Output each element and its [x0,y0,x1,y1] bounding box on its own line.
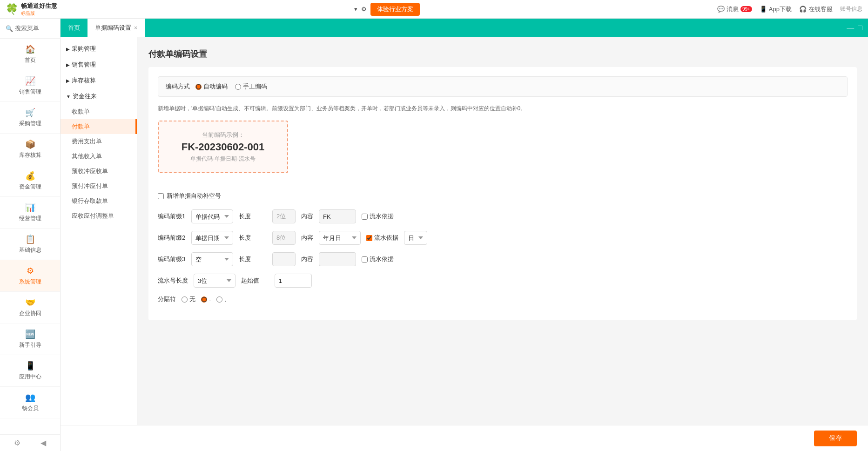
sub-group-sales-title[interactable]: ▶ 销售管理 [61,57,137,73]
search-icon: 🔍 [6,25,13,32]
preview-label: 当前编码示例： [173,131,273,139]
encoding-radio-group: 自动编码 手工编码 [195,82,267,91]
sub-item-payment[interactable]: 付款单 [61,119,137,134]
tab-home[interactable]: 首页 [61,19,87,37]
topbar-left: 🍀 畅通道好生意 标品版 [6,2,57,17]
online-service-btn[interactable]: 🎧 在线客服 [799,5,833,13]
sidebar-item-inventory[interactable]: 📦 库存核算 [0,134,60,165]
settings-btn[interactable]: ⚙ [361,6,367,13]
sub-item-prepay-receivable[interactable]: 预收冲应收单 [61,164,137,179]
content1-input[interactable] [319,209,356,223]
sidebar-item-enterprise[interactable]: 🤝 企业协同 [0,292,60,323]
prefix3-row: 编码前缀3 空 长度 内容 流水依据 [158,252,848,266]
sep-dot-radio[interactable]: . [216,296,226,303]
sidebar-settings-btn[interactable]: ⚙ [14,438,20,447]
content1-label: 内容 [301,212,313,221]
serial-length-label: 流水号长度 [158,276,188,285]
sub-group-inventory: ▶ 库存核算 [61,73,137,88]
sidebar-collapse-btn[interactable]: ◀ [40,438,46,447]
message-icon: 💬 [717,6,725,13]
tab-actions: — □ [847,24,868,32]
serial1-checkbox[interactable]: 流水依据 [362,212,394,221]
prefix2-select[interactable]: 单据日期 [191,231,233,245]
auto-encode-radio[interactable]: 自动编码 [195,82,228,91]
serial2-checkbox[interactable]: 流水依据 [366,234,398,242]
left-sidebar: 🔍 搜索菜单 🏠 首页 📈 销售管理 🛒 采购管理 📦 库存核算 💰 [0,19,61,451]
page-title: 付款单编码设置 [148,48,857,60]
sep-none-radio[interactable]: 无 [182,295,195,303]
sub-group-finance-title[interactable]: ▼ 资金往来 [61,88,137,104]
serial2-input[interactable] [366,235,372,241]
sub-item-receipt[interactable]: 收款单 [61,104,137,119]
finance-icon: 💰 [25,171,35,181]
sub-group-sales: ▶ 销售管理 [61,57,137,73]
experience-btn[interactable]: 体验行业方案 [370,3,420,16]
manual-encode-radio[interactable]: 手工编码 [235,82,267,91]
prefix3-select[interactable]: 空 [191,252,233,266]
settings-card: 编码方式 自动编码 手工编码 [148,67,857,320]
serial-length-select[interactable]: 3位 4位 5位 [194,274,236,288]
content3-input[interactable] [319,252,356,266]
content2-label: 内容 [301,234,313,242]
main-layout: 🔍 搜索菜单 🏠 首页 📈 销售管理 🛒 采购管理 📦 库存核算 💰 [0,19,868,451]
content2-select[interactable]: 年月日 [319,231,361,245]
search-menu-btn[interactable]: 🔍 搜索菜单 [4,22,56,34]
serial3-checkbox[interactable]: 流水依据 [362,255,394,263]
save-btn[interactable]: 保存 [814,431,857,446]
info-text: 新增单据时，'单据编码'自动生成、不可编辑。前缀设置为部门、业务员等档案类，开单… [158,104,848,113]
dropdown-btn[interactable]: ▾ [354,6,357,13]
home-icon: 🏠 [25,44,35,54]
sep-none-input[interactable] [182,296,188,303]
system-icon: ⚙ [27,266,34,276]
serial1-input[interactable] [362,214,368,220]
app-download-btn[interactable]: 📱 App下载 [760,5,792,13]
message-btn[interactable]: 💬 消息 99+ [717,5,752,13]
sub-item-payable-adjust[interactable]: 应收应付调整单 [61,209,137,223]
topbar-right: 💬 消息 99+ 📱 App下载 🎧 在线客服 账号信息 [717,5,862,13]
prefix2-label: 编码前缀2 [158,234,186,242]
company-info: 畅通道好生意 标品版 [21,2,57,17]
sep-dash-radio[interactable]: - [201,296,211,303]
auto-fill-checkbox[interactable] [158,193,164,199]
prefix1-select[interactable]: 单据代码 [191,209,233,223]
sub-group-purchase-title[interactable]: ▶ 采购管理 [61,41,137,57]
tab-encoding-settings[interactable]: 单据编码设置 × [87,19,145,37]
length1-label: 长度 [239,212,267,221]
sidebar-item-basic[interactable]: 📋 基础信息 [0,229,60,260]
app-icon: 📱 [760,6,767,13]
preview-area: 当前编码示例： FK-20230602-001 单据代码-单据日期-流水号 [158,121,848,182]
sidebar-item-home[interactable]: 🏠 首页 [0,39,60,70]
start-value-input[interactable] [275,274,312,288]
sidebar-item-member[interactable]: 👥 畅会员 [0,387,60,418]
sidebar-item-purchase[interactable]: 🛒 采购管理 [0,102,60,134]
sub-item-prepay-payable[interactable]: 预付冲应付单 [61,179,137,194]
sidebar-item-system[interactable]: ⚙ 系统管理 [0,260,60,292]
sidebar-item-operations[interactable]: 📊 经营管理 [0,197,60,229]
sidebar-search-area: 🔍 搜索菜单 [0,19,60,39]
sep-dash-input[interactable] [201,296,207,303]
chevron-right-icon: ▶ [66,47,70,52]
sidebar-item-app[interactable]: 📱 应用中心 [0,355,60,387]
day-select[interactable]: 日 月 年 [404,231,427,245]
sidebar-item-guide[interactable]: 🆕 新手引导 [0,323,60,355]
auto-encode-input[interactable] [195,84,202,90]
purchase-icon: 🛒 [25,108,35,118]
encoding-method-row: 编码方式 自动编码 手工编码 [158,76,848,97]
manual-encode-input[interactable] [235,84,241,90]
tab-minimize-btn[interactable]: — [847,24,854,32]
length1-input [272,209,296,223]
sub-item-bank-deposit[interactable]: 银行存取款单 [61,194,137,209]
start-value-label: 起始值 [241,276,269,285]
enterprise-icon: 🤝 [25,297,35,308]
tab-maximize-btn[interactable]: □ [858,24,862,32]
edition-label: 标品版 [21,10,57,17]
serial3-input[interactable] [362,256,368,263]
tab-close-btn[interactable]: × [134,25,137,31]
sep-dot-input[interactable] [216,296,222,303]
sidebar-item-sales[interactable]: 📈 销售管理 [0,70,60,102]
sub-item-expense[interactable]: 费用支出单 [61,134,137,149]
sidebar-item-finance[interactable]: 💰 资金管理 [0,165,60,197]
sub-group-inventory-title[interactable]: ▶ 库存核算 [61,73,137,88]
chevron-right-icon2: ▶ [66,62,70,67]
sub-item-other-income[interactable]: 其他收入单 [61,149,137,164]
